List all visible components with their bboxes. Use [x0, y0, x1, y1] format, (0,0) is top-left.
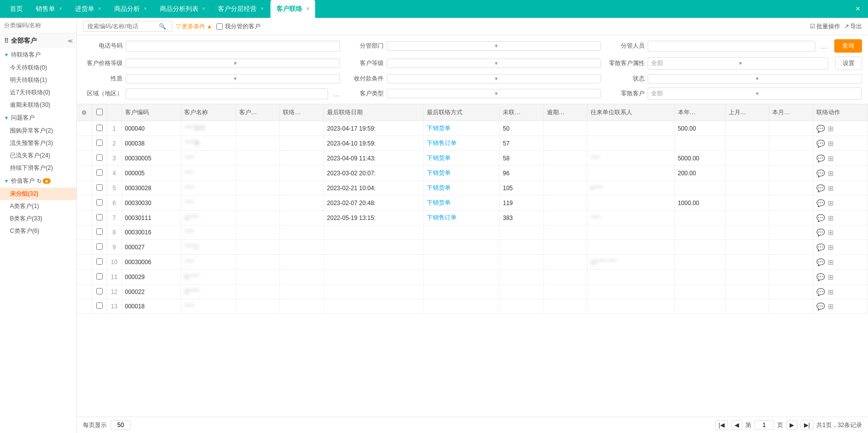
- row-checkbox[interactable]: [96, 154, 103, 161]
- chat-icon[interactable]: 💬: [816, 169, 825, 177]
- filter-status-select[interactable]: ▼: [648, 74, 862, 83]
- filter-dept-select[interactable]: ▼: [387, 41, 601, 51]
- filter-scatter-attr-select[interactable]: 全部 ▼: [648, 57, 828, 70]
- filter-manager-input[interactable]: [648, 41, 815, 52]
- contact-type-link[interactable]: 下销货单: [427, 184, 451, 191]
- filter-payment-select[interactable]: ▼: [387, 74, 601, 83]
- nav-purchase-close[interactable]: ×: [98, 0, 101, 18]
- th-name[interactable]: 客户名称: [181, 104, 236, 121]
- nav-analysis-list-close[interactable]: ×: [202, 0, 205, 18]
- refresh-icon[interactable]: ↻: [37, 178, 42, 185]
- batch-op-btn[interactable]: ☑ 批量操作: [810, 22, 840, 31]
- sidebar-item-declining[interactable]: 持续下滑客户(2): [0, 162, 76, 174]
- grid-action-icon[interactable]: ⊞: [828, 258, 834, 266]
- per-page-input[interactable]: [111, 420, 131, 430]
- first-page-btn[interactable]: |◀: [715, 420, 728, 430]
- row-checkbox[interactable]: [96, 169, 103, 176]
- grid-action-icon[interactable]: ⊞: [828, 184, 834, 192]
- next-page-btn[interactable]: ▶: [786, 420, 798, 430]
- grid-action-icon[interactable]: ⊞: [828, 302, 834, 310]
- row-checkbox[interactable]: [96, 214, 103, 220]
- sidebar-item-overdue[interactable]: 逾期未联络(30): [0, 99, 76, 111]
- filter-customer-grade-select[interactable]: ▼: [387, 59, 601, 68]
- chat-icon[interactable]: 💬: [816, 125, 825, 133]
- query-btn[interactable]: 查询: [834, 39, 862, 53]
- reset-btn[interactable]: 设置: [835, 57, 862, 70]
- chat-icon[interactable]: 💬: [816, 184, 825, 192]
- chat-icon[interactable]: 💬: [816, 243, 825, 251]
- filter-region-input[interactable]: [126, 88, 328, 99]
- grid-action-icon[interactable]: ⊞: [828, 169, 834, 177]
- all-customers-header[interactable]: ⠿ 全部客户 ≪: [0, 33, 76, 48]
- last-page-btn[interactable]: ▶|: [801, 420, 813, 430]
- select-all-checkbox[interactable]: [96, 109, 103, 115]
- sidebar-item-churned[interactable]: 已流失客户(24): [0, 149, 76, 162]
- nav-customer-contact-close[interactable]: ×: [306, 0, 309, 18]
- filter-manager-more-icon[interactable]: …: [820, 42, 827, 50]
- row-checkbox[interactable]: [96, 184, 103, 191]
- row-checkbox[interactable]: [96, 199, 103, 206]
- filter-nature-select[interactable]: ▼: [126, 74, 340, 83]
- contact-type-link[interactable]: 下销货单: [427, 199, 451, 206]
- main-search-icon[interactable]: 🔍: [159, 23, 166, 30]
- filter-customer-type-select[interactable]: ▼: [387, 89, 601, 98]
- row-checkbox[interactable]: [96, 140, 103, 146]
- grid-action-icon[interactable]: ⊞: [828, 228, 834, 236]
- sidebar-item-7days[interactable]: 近7天待联络(0): [0, 86, 76, 99]
- grid-action-icon[interactable]: ⊞: [828, 199, 834, 207]
- contact-type-link[interactable]: 下销货单: [427, 169, 451, 176]
- contact-type-link[interactable]: 下销货单: [427, 125, 451, 132]
- grid-action-icon[interactable]: ⊞: [828, 288, 834, 296]
- main-search-input[interactable]: [87, 23, 157, 30]
- chat-icon[interactable]: 💬: [816, 288, 825, 296]
- contact-type-link[interactable]: 下销售订单: [427, 214, 457, 221]
- sidebar-item-abnormal[interactable]: 囤购异常客户(2): [0, 125, 76, 137]
- grid-action-icon[interactable]: ⊞: [828, 125, 834, 133]
- th-settings[interactable]: ⚙: [77, 104, 92, 121]
- sidebar-item-class-a[interactable]: A类客户(1): [0, 200, 76, 213]
- grid-action-icon[interactable]: ⊞: [828, 273, 834, 281]
- sidebar-group-value[interactable]: ▼ 价值客户 ↻ ●: [0, 174, 76, 188]
- chat-icon[interactable]: 💬: [816, 302, 825, 310]
- sidebar-item-churn-warning[interactable]: 流失预警客户(3): [0, 137, 76, 149]
- my-customers-checkbox[interactable]: [216, 23, 223, 30]
- chat-icon[interactable]: 💬: [816, 154, 825, 162]
- nav-purchase[interactable]: 进货单 ×: [69, 0, 107, 18]
- nav-analysis-list[interactable]: 商品分析列表 ×: [154, 0, 211, 18]
- row-checkbox[interactable]: [96, 302, 103, 309]
- row-checkbox[interactable]: [96, 258, 103, 265]
- grid-action-icon[interactable]: ⊞: [828, 243, 834, 251]
- sidebar-item-class-b[interactable]: B类客户(33): [0, 213, 76, 225]
- row-checkbox[interactable]: [96, 228, 103, 235]
- current-page-input[interactable]: [754, 420, 774, 430]
- nav-sales[interactable]: 销售单 ×: [30, 0, 68, 18]
- chat-icon[interactable]: 💬: [816, 199, 825, 207]
- contact-type-link[interactable]: 下销售订单: [427, 140, 457, 146]
- nav-analysis[interactable]: 商品分析 ×: [108, 0, 153, 18]
- nav-analysis-close[interactable]: ×: [144, 0, 147, 18]
- sidebar-item-today[interactable]: 今天待联络(0): [0, 62, 76, 74]
- chat-icon[interactable]: 💬: [816, 140, 825, 147]
- th-code[interactable]: 客户编码: [122, 104, 181, 121]
- chat-icon[interactable]: 💬: [816, 214, 825, 222]
- sidebar-search-input[interactable]: [4, 22, 77, 29]
- prev-page-btn[interactable]: ◀: [731, 420, 742, 430]
- sidebar-item-tomorrow[interactable]: 明天待联络(1): [0, 74, 76, 86]
- filter-price-grade-select[interactable]: ▼: [126, 59, 340, 68]
- nav-home[interactable]: 首页: [4, 0, 29, 18]
- filter-scatter-select[interactable]: 全部 ▼: [648, 87, 862, 100]
- filter-phone-input[interactable]: [126, 41, 340, 52]
- chat-icon[interactable]: 💬: [816, 273, 825, 281]
- row-checkbox[interactable]: [96, 243, 103, 250]
- sidebar-item-ungrouped[interactable]: 未分组(32): [0, 188, 76, 200]
- chat-icon[interactable]: 💬: [816, 258, 825, 266]
- sidebar-group-pending[interactable]: ▼ 待联络客户: [0, 48, 76, 62]
- contact-type-link[interactable]: 下销货单: [427, 154, 451, 161]
- row-checkbox[interactable]: [96, 288, 103, 294]
- chat-icon[interactable]: 💬: [816, 228, 825, 236]
- nav-customer-contact[interactable]: 客户联络 ×: [270, 0, 315, 18]
- row-checkbox[interactable]: [96, 125, 103, 131]
- nav-sales-close[interactable]: ×: [59, 0, 62, 18]
- sidebar-collapse-icon[interactable]: ≪: [67, 38, 72, 44]
- export-btn[interactable]: ↗ 导出: [844, 22, 862, 31]
